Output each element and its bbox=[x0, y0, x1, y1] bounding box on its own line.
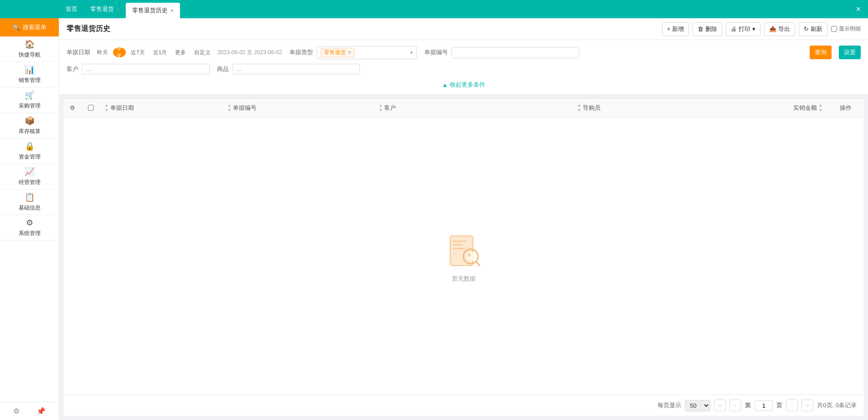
page-title: 零售退货历史 bbox=[67, 24, 110, 34]
sales-icon: 📊 bbox=[25, 65, 35, 75]
delete-icon: 🗑 bbox=[698, 26, 704, 32]
sidebar-gear-button[interactable]: ⚙ bbox=[13, 407, 20, 415]
sidebar-item-inventory[interactable]: 📦 库存核算 bbox=[0, 113, 59, 138]
date-filter: 单据日期 昨天 今天 近7天 近1月 更多 自定义 2023-06-02 至 2… bbox=[67, 47, 282, 58]
svg-line-6 bbox=[476, 261, 480, 266]
date-btn-yesterday[interactable]: 昨天 bbox=[94, 47, 111, 58]
table-header: ⚙ ▲▼ 单据日期 ▲▼ 单据编号 ▲▼ 客户 ▲▼ bbox=[63, 99, 864, 117]
table-wrap: ⚙ ▲▼ 单据日期 ▲▼ 单据编号 ▲▼ 客户 ▲▼ bbox=[63, 98, 864, 416]
date-btn-7days[interactable]: 近7天 bbox=[128, 47, 148, 58]
sort-no-icon[interactable]: ▲▼ bbox=[227, 103, 232, 113]
svg-point-7 bbox=[468, 254, 471, 256]
sort-date-icon[interactable]: ▲▼ bbox=[104, 103, 109, 113]
tab-retail-return-history[interactable]: 零售退货历史 × bbox=[126, 3, 180, 18]
th-checkbox[interactable] bbox=[82, 101, 100, 114]
date-buttons: 昨天 今天 近7天 近1月 更多 自定义 bbox=[94, 47, 214, 58]
date-btn-more[interactable]: 更多 bbox=[172, 47, 189, 58]
page-label: 第 bbox=[745, 401, 751, 410]
th-customer: ▲▼ 客户 bbox=[374, 99, 572, 116]
print-button[interactable]: 🖨 打印 ▾ bbox=[726, 22, 760, 36]
customer-filter: 客户 ... bbox=[67, 64, 210, 74]
date-label: 单据日期 bbox=[67, 48, 90, 56]
new-button[interactable]: + 新增 bbox=[662, 22, 689, 36]
tab-retail-return-history-close[interactable]: × bbox=[170, 8, 173, 13]
date-btn-custom[interactable]: 自定义 bbox=[191, 47, 214, 58]
show-detail-checkbox-label[interactable]: 显示明细 bbox=[831, 25, 861, 33]
no-label: 单据编号 bbox=[424, 48, 448, 56]
sidebar-item-basic-info[interactable]: 📋 基础信息 bbox=[0, 190, 59, 215]
next-page-button[interactable]: › bbox=[786, 400, 798, 411]
sort-guide-icon[interactable]: ▲▼ bbox=[577, 103, 581, 113]
type-tag-close[interactable]: × bbox=[348, 49, 351, 56]
customer-selector[interactable]: ... bbox=[82, 64, 210, 74]
print-dropdown-icon: ▾ bbox=[752, 26, 755, 32]
window-close-button[interactable]: × bbox=[856, 5, 861, 14]
content-area: 零售退货历史 + 新增 🗑 删除 🖨 打印 ▾ 📤 导出 ↻ bbox=[59, 18, 868, 420]
filter-row-1: 单据日期 昨天 今天 近7天 近1月 更多 自定义 2023-06-02 至 2… bbox=[67, 46, 861, 59]
customer-ellipsis: ... bbox=[86, 66, 91, 72]
sidebar-search[interactable]: 🔍 搜索菜单 bbox=[0, 18, 59, 36]
type-label: 单据类型 bbox=[289, 48, 313, 56]
date-btn-1month[interactable]: 近1月 bbox=[150, 47, 170, 58]
sidebar-item-finance[interactable]: 🔒 资金管理 bbox=[0, 138, 59, 164]
type-filter: 单据类型 零售退货 × ▾ bbox=[289, 46, 417, 59]
th-ops: 操作 bbox=[827, 100, 864, 116]
collapse-button[interactable]: ▲ 收起更多条件 bbox=[437, 79, 491, 91]
goods-label: 商品 bbox=[217, 65, 229, 73]
date-range-display: 2023-06-02 至 2023-06-02 bbox=[217, 49, 282, 56]
delete-button[interactable]: 🗑 删除 bbox=[693, 22, 722, 36]
sidebar-item-sales[interactable]: 📊 销售管理 bbox=[0, 62, 59, 87]
first-page-button[interactable]: « bbox=[714, 400, 726, 411]
sidebar: 🔍 搜索菜单 🏠 快捷导航 📊 销售管理 🛒 采购管理 📦 库存核算 🔒 资金管… bbox=[0, 18, 59, 420]
topbar: 首页 零售退货 × 零售退货历史 × × bbox=[0, 0, 868, 18]
sidebar-item-purchase[interactable]: 🛒 采购管理 bbox=[0, 87, 59, 113]
tab-home[interactable]: 首页 bbox=[59, 0, 84, 18]
print-icon: 🖨 bbox=[731, 26, 737, 32]
empty-text: 暂无数据 bbox=[452, 275, 476, 283]
empty-state: 暂无数据 bbox=[63, 117, 864, 394]
sort-customer-icon[interactable]: ▲▼ bbox=[378, 103, 383, 113]
prev-page-button[interactable]: ‹ bbox=[729, 400, 741, 411]
per-page-label: 每页显示 bbox=[657, 401, 681, 410]
per-page-select[interactable]: 50 10 20 100 bbox=[685, 400, 710, 411]
th-guide: ▲▼ 导购员 bbox=[572, 99, 724, 116]
type-selector[interactable]: 零售退货 × ▾ bbox=[317, 46, 417, 59]
export-icon: 📤 bbox=[769, 26, 776, 32]
empty-illustration bbox=[441, 229, 487, 275]
th-no: ▲▼ 单据编号 bbox=[223, 99, 374, 116]
finance-icon: 🔒 bbox=[25, 141, 35, 151]
no-filter: 单据编号 bbox=[424, 47, 579, 58]
filter-area: 单据日期 昨天 今天 近7天 近1月 更多 自定义 2023-06-02 至 2… bbox=[59, 40, 868, 95]
date-btn-today[interactable]: 今天 bbox=[113, 47, 126, 57]
sort-amount-icon[interactable]: ▲▼ bbox=[818, 103, 823, 113]
main-layout: 🔍 搜索菜单 🏠 快捷导航 📊 销售管理 🛒 采购管理 📦 库存核算 🔒 资金管… bbox=[0, 18, 868, 420]
select-all-checkbox[interactable] bbox=[88, 105, 94, 111]
basic-info-icon: 📋 bbox=[25, 192, 35, 202]
svg-rect-1 bbox=[453, 241, 467, 242]
page-number-input[interactable] bbox=[755, 400, 773, 411]
sidebar-item-system[interactable]: ⚙ 系统管理 bbox=[0, 215, 59, 241]
tab-retail-return[interactable]: 零售退货 × bbox=[84, 0, 126, 18]
sidebar-pin-button[interactable]: 📌 bbox=[36, 407, 46, 415]
column-settings-icon[interactable]: ⚙ bbox=[70, 104, 75, 111]
sidebar-item-quick-nav[interactable]: 🏠 快捷导航 bbox=[0, 36, 59, 62]
goods-selector[interactable]: ... bbox=[232, 64, 360, 74]
no-input[interactable] bbox=[452, 47, 579, 58]
tab-retail-return-close[interactable]: × bbox=[117, 6, 119, 12]
export-button[interactable]: 📤 导出 bbox=[764, 22, 795, 36]
refresh-button[interactable]: ↻ 刷新 bbox=[799, 22, 827, 36]
query-button[interactable]: 查询 bbox=[810, 46, 832, 59]
last-page-button[interactable]: » bbox=[801, 400, 813, 411]
filter-row-2: 客户 ... 商品 ... bbox=[67, 64, 861, 74]
goods-ellipsis: ... bbox=[236, 66, 241, 72]
show-detail-checkbox[interactable] bbox=[831, 26, 837, 32]
purchase-icon: 🛒 bbox=[25, 90, 35, 100]
sidebar-item-operation[interactable]: 📈 经营管理 bbox=[0, 164, 59, 190]
th-settings[interactable]: ⚙ bbox=[63, 101, 82, 115]
svg-rect-2 bbox=[453, 244, 463, 246]
page-total: 共0页, 0条记录 bbox=[817, 401, 857, 410]
svg-rect-0 bbox=[450, 236, 473, 266]
settings-button[interactable]: 设置 bbox=[839, 46, 861, 59]
inventory-icon: 📦 bbox=[25, 116, 35, 126]
goods-filter: 商品 ... bbox=[217, 64, 360, 74]
